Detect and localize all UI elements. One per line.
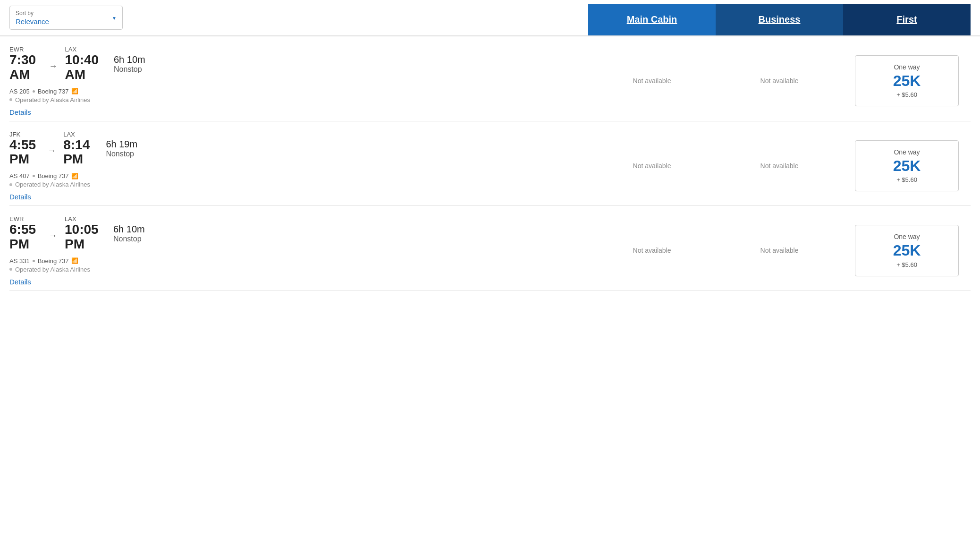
page-wrapper: Sort by Relevance ▼ Main Cabin Business … xyxy=(0,0,980,291)
price-card-1[interactable]: One way 25K + $5.60 xyxy=(855,55,959,106)
dest-time-1: 10:40 AM xyxy=(65,53,101,82)
price-fees-3: + $5.60 xyxy=(865,261,949,268)
duration-time-2: 6h 19m xyxy=(106,139,177,150)
flight-left-1: EWR 7:30 AM → LAX 10:40 AM 6h 10m Nonsto… xyxy=(9,46,283,116)
table-row: EWR 6:55 PM → LAX 10:05 PM 6h 10m Nonsto… xyxy=(9,206,971,291)
flight-row-inner-2: JFK 4:55 PM → LAX 8:14 PM 6h 19m Nonstop xyxy=(9,131,283,169)
duration-time-3: 6h 10m xyxy=(113,224,184,235)
dest-code-3: LAX xyxy=(65,215,101,222)
business-na-1: Not available xyxy=(760,77,799,85)
small-dot-2 xyxy=(9,183,12,186)
table-row: JFK 4:55 PM → LAX 8:14 PM 6h 19m Nonstop xyxy=(9,121,971,206)
wifi-icon-1: 📶 xyxy=(71,88,78,94)
dest-block-1: LAX 10:40 AM xyxy=(65,46,101,82)
duration-stops-3: Nonstop xyxy=(113,235,184,243)
aircraft-3: Boeing 737 xyxy=(38,257,69,265)
flight-airports-1: EWR 7:30 AM → LAX 10:40 AM 6h 10m Nonsto… xyxy=(9,46,185,82)
price-fees-1: + $5.60 xyxy=(865,91,949,98)
sort-label: Sort by xyxy=(16,10,105,17)
flight-number-3: AS 331 xyxy=(9,257,30,265)
flight-duration-1: 6h 10m Nonstop xyxy=(109,54,185,74)
dest-block-2: LAX 8:14 PM xyxy=(63,131,93,167)
origin-code-2: JFK xyxy=(9,131,40,138)
tab-main-cabin[interactable]: Main Cabin xyxy=(588,4,716,35)
small-dot-3 xyxy=(9,268,12,271)
cabin-columns-1: Not available Not available One way 25K … xyxy=(588,55,971,106)
origin-code-1: EWR xyxy=(9,46,42,53)
flight-row-inner-1: EWR 7:30 AM → LAX 10:40 AM 6h 10m Nonsto… xyxy=(9,46,283,84)
flight-left-2: JFK 4:55 PM → LAX 8:14 PM 6h 19m Nonstop xyxy=(9,131,283,201)
first-col-2: One way 25K + $5.60 xyxy=(843,140,971,191)
dot-sep-1 xyxy=(33,90,35,93)
sort-value: Relevance xyxy=(16,17,49,26)
dot-sep-2 xyxy=(33,175,35,177)
header-row: Sort by Relevance ▼ Main Cabin Business … xyxy=(0,0,980,36)
main-cabin-col-1: Not available xyxy=(588,55,716,106)
flight-duration-2: 6h 19m Nonstop xyxy=(101,139,177,158)
origin-time-2: 4:55 PM xyxy=(9,138,40,167)
price-fees-2: + $5.60 xyxy=(865,176,949,183)
main-cabin-na-1: Not available xyxy=(633,77,671,85)
dot-sep-3 xyxy=(33,260,35,262)
operated-line-3: Operated by Alaska Airlines xyxy=(9,266,283,273)
dest-time-3: 10:05 PM xyxy=(65,222,101,252)
price-miles-3: 25K xyxy=(865,242,949,259)
small-dot-1 xyxy=(9,98,12,101)
aircraft-1: Boeing 737 xyxy=(38,88,69,95)
price-card-2[interactable]: One way 25K + $5.60 xyxy=(855,140,959,191)
dest-block-3: LAX 10:05 PM xyxy=(65,215,101,252)
tab-first[interactable]: First xyxy=(843,4,971,35)
origin-block-1: EWR 7:30 AM xyxy=(9,46,42,82)
flight-duration-3: 6h 10m Nonstop xyxy=(109,224,184,243)
first-col-1: One way 25K + $5.60 xyxy=(843,55,971,106)
sort-arrow-icon: ▼ xyxy=(112,15,117,20)
price-card-3[interactable]: One way 25K + $5.60 xyxy=(855,225,959,276)
details-link-1[interactable]: Details xyxy=(9,108,31,116)
arrow-icon-2: → xyxy=(47,146,56,156)
flight-number-2: AS 407 xyxy=(9,172,30,179)
table-row: EWR 7:30 AM → LAX 10:40 AM 6h 10m Nonsto… xyxy=(9,36,971,121)
tab-business[interactable]: Business xyxy=(716,4,843,35)
price-one-way-1: One way xyxy=(865,63,949,71)
duration-stops-2: Nonstop xyxy=(106,150,177,158)
origin-time-1: 7:30 AM xyxy=(9,53,42,82)
price-one-way-2: One way xyxy=(865,148,949,156)
flight-left-3: EWR 6:55 PM → LAX 10:05 PM 6h 10m Nonsto… xyxy=(9,215,283,286)
flight-row-inner-3: EWR 6:55 PM → LAX 10:05 PM 6h 10m Nonsto… xyxy=(9,215,283,254)
details-link-2[interactable]: Details xyxy=(9,193,31,201)
duration-time-1: 6h 10m xyxy=(114,54,185,65)
arrow-icon-3: → xyxy=(49,231,57,241)
flight-airports-2: JFK 4:55 PM → LAX 8:14 PM 6h 19m Nonstop xyxy=(9,131,177,167)
business-na-3: Not available xyxy=(760,247,799,254)
main-cabin-col-3: Not available xyxy=(588,225,716,276)
operated-by-1: Operated by Alaska Airlines xyxy=(15,96,90,103)
meta-line-2: AS 407 Boeing 737 📶 xyxy=(9,172,283,179)
business-col-2: Not available xyxy=(716,140,843,191)
flight-airports-3: EWR 6:55 PM → LAX 10:05 PM 6h 10m Nonsto… xyxy=(9,215,184,252)
business-col-1: Not available xyxy=(716,55,843,106)
flights-container: EWR 7:30 AM → LAX 10:40 AM 6h 10m Nonsto… xyxy=(0,36,980,291)
cabin-columns-3: Not available Not available One way 25K … xyxy=(588,225,971,276)
flight-meta-3: AS 331 Boeing 737 📶 Operated by Alaska A… xyxy=(9,254,283,275)
meta-line-3: AS 331 Boeing 737 📶 xyxy=(9,257,283,265)
cabin-columns-2: Not available Not available One way 25K … xyxy=(588,140,971,191)
main-cabin-na-2: Not available xyxy=(633,162,671,170)
operated-by-2: Operated by Alaska Airlines xyxy=(15,181,90,188)
sort-dropdown[interactable]: Sort by Relevance ▼ xyxy=(9,6,123,30)
first-col-3: One way 25K + $5.60 xyxy=(843,225,971,276)
dest-code-1: LAX xyxy=(65,46,101,53)
flight-number-1: AS 205 xyxy=(9,88,30,95)
cabin-tabs: Main Cabin Business First xyxy=(588,0,971,35)
details-link-3[interactable]: Details xyxy=(9,278,31,286)
arrow-icon-1: → xyxy=(49,61,58,71)
wifi-icon-2: 📶 xyxy=(71,173,78,179)
wifi-icon-3: 📶 xyxy=(71,257,78,264)
aircraft-2: Boeing 737 xyxy=(38,172,69,179)
flight-meta-2: AS 407 Boeing 737 📶 Operated by Alaska A… xyxy=(9,169,283,190)
operated-by-3: Operated by Alaska Airlines xyxy=(15,266,90,273)
origin-block-3: EWR 6:55 PM xyxy=(9,215,41,252)
dest-time-2: 8:14 PM xyxy=(63,138,93,167)
dest-code-2: LAX xyxy=(63,131,93,138)
price-one-way-3: One way xyxy=(865,233,949,240)
business-na-2: Not available xyxy=(760,162,799,170)
